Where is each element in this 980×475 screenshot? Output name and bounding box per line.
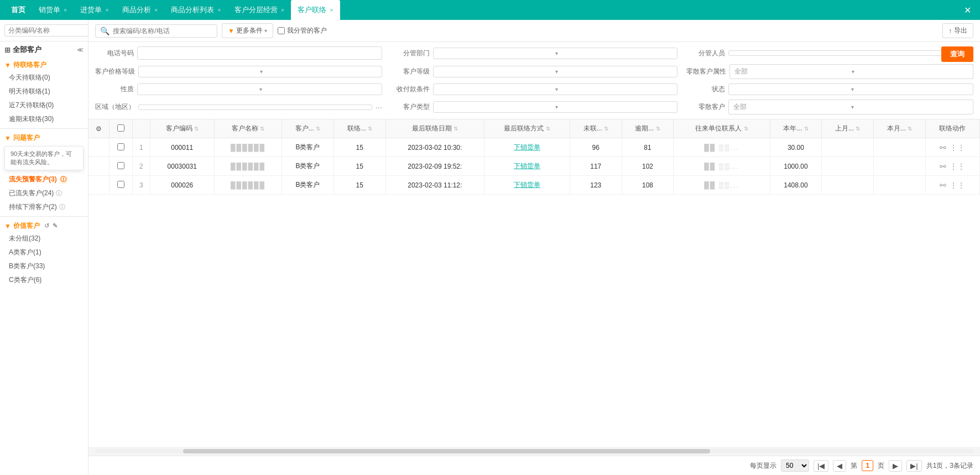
payment-select[interactable]: ▾ xyxy=(433,83,678,95)
sidebar-item-unclassified[interactable]: 未分组(32) xyxy=(0,232,88,246)
next-page-button[interactable]: ▶ xyxy=(889,460,902,472)
row-link-icon[interactable]: ⚯ xyxy=(940,181,946,190)
col-this-month[interactable]: 本月... ⇅ xyxy=(874,119,926,138)
sidebar-item-today-pending[interactable]: 今天待联络(0) xyxy=(0,71,88,85)
close-tab-goods-analysis-icon[interactable]: × xyxy=(154,7,158,13)
col-unit-contact[interactable]: 往来单位联系人 ⇅ xyxy=(674,119,770,138)
sort-icon: ⇅ xyxy=(546,126,550,132)
sidebar-item-class-c[interactable]: C类客户(6) xyxy=(0,273,88,287)
col-contact[interactable]: 联络... ⇅ xyxy=(333,119,385,138)
table-row: 1 000011 ██████ B类客户 15 2023-03-02 10:30… xyxy=(88,138,980,157)
row-last-contact-method[interactable]: 下销货单 xyxy=(484,176,570,195)
customer-level-filter-row: 客户等级 ▾ xyxy=(391,64,678,79)
close-tab-customer-link-icon[interactable]: × xyxy=(330,7,333,13)
row-select-checkbox[interactable] xyxy=(117,181,124,188)
my-customers-checkbox-label[interactable]: 我分管的客户 xyxy=(278,26,327,35)
region-select[interactable] xyxy=(138,105,372,110)
row-last-contact-method[interactable]: 下销货单 xyxy=(484,138,570,157)
row-action: ⚯ ⋮⋮ xyxy=(925,138,979,157)
col-name[interactable]: 客户名称 ⇅ xyxy=(214,119,282,138)
zero-attr-select[interactable]: 全部 ▾ xyxy=(729,64,973,79)
sort-icon: ⇅ xyxy=(368,126,372,132)
nav-tab-customer-link[interactable]: 客户联络 × xyxy=(291,0,340,20)
close-tab-customer-segment-icon[interactable]: × xyxy=(281,7,284,13)
row-last-contact-method[interactable]: 下销货单 xyxy=(484,157,570,176)
nav-tab-home[interactable]: 首页 xyxy=(4,0,32,20)
close-tab-goods-analysis-list-icon[interactable]: × xyxy=(217,7,221,13)
nav-tab-purchase[interactable]: 进货单 × xyxy=(74,0,115,20)
row-checkbox[interactable] xyxy=(110,157,133,176)
more-conditions-button[interactable]: ▼ 更多条件 ▾ xyxy=(222,23,273,38)
chevron-down-icon: ▾ xyxy=(555,86,673,92)
sidebar-item-week-pending[interactable]: 近7天待联络(0) xyxy=(0,98,88,112)
nav-tab-sales[interactable]: 销货单 × xyxy=(32,0,74,20)
status-select[interactable]: ▾ xyxy=(728,83,973,95)
last-page-button[interactable]: ▶| xyxy=(906,460,921,472)
sidebar-item-overdue-pending[interactable]: 逾期未联络(30) xyxy=(0,112,88,126)
dept-select[interactable]: ▾ xyxy=(433,48,678,59)
select-all-checkbox[interactable] xyxy=(117,124,124,132)
price-level-select[interactable]: ▾ xyxy=(138,66,382,77)
sidebar-item-churned[interactable]: 已流失客户(24) ⓘ xyxy=(0,186,88,200)
col-uncontacted[interactable]: 未联... ⇅ xyxy=(570,119,622,138)
first-page-button[interactable]: |◀ xyxy=(814,460,828,472)
sort-icon: ⇅ xyxy=(744,126,748,132)
col-last-contact-method[interactable]: 最后联络方式 ⇅ xyxy=(484,119,570,138)
row-more-icon[interactable]: ⋮⋮ xyxy=(950,181,965,190)
nav-tab-goods-analysis-list[interactable]: 商品分析列表 × xyxy=(164,0,227,20)
scrollbar-thumb[interactable] xyxy=(183,449,710,453)
row-last-month xyxy=(822,176,874,195)
per-page-select[interactable]: 50 100 200 xyxy=(781,460,809,472)
sidebar-divider-1 xyxy=(0,128,88,129)
col-overdue[interactable]: 逾期... ⇅ xyxy=(622,119,674,138)
col-this-year[interactable]: 本年... ⇅ xyxy=(770,119,822,138)
nav-tab-goods-analysis[interactable]: 商品分析 × xyxy=(116,0,164,20)
my-customers-checkbox[interactable] xyxy=(278,27,285,34)
col-settings[interactable]: ⚙ xyxy=(88,119,110,138)
row-select-checkbox[interactable] xyxy=(117,143,124,150)
sidebar-item-churn-warning[interactable]: 流失预警客户(3) ⓘ xyxy=(0,173,88,186)
payment-label: 收付款条件 xyxy=(391,85,430,94)
row-last-contact-date: 2023-03-02 10:30: xyxy=(385,138,484,157)
close-tab-purchase-icon[interactable]: × xyxy=(105,7,108,13)
sidebar-item-class-b[interactable]: B类客户(33) xyxy=(0,259,88,273)
zero-customer-select[interactable]: 全部 ▾ xyxy=(728,100,973,114)
all-customers-header[interactable]: ⊞ 全部客户 ≪ xyxy=(0,41,88,58)
export-button[interactable]: ↑ 导出 xyxy=(942,23,973,38)
export-icon: ↑ xyxy=(948,27,952,35)
row-link-icon[interactable]: ⚯ xyxy=(940,162,946,171)
grid-icon: ⊞ xyxy=(4,46,11,54)
col-checkbox[interactable] xyxy=(110,119,133,138)
row-select-checkbox[interactable] xyxy=(117,162,124,169)
col-code[interactable]: 客户编码 ⇅ xyxy=(150,119,214,138)
prev-page-button[interactable]: ◀ xyxy=(833,460,846,472)
row-more-icon[interactable]: ⋮⋮ xyxy=(950,162,965,171)
manager-select[interactable] xyxy=(728,50,963,56)
col-type[interactable]: 客户... ⇅ xyxy=(282,119,334,138)
sidebar-search-input[interactable] xyxy=(4,24,88,36)
sidebar-item-declining[interactable]: 持续下滑客户(2) ⓘ xyxy=(0,200,88,214)
nature-select[interactable]: ▾ xyxy=(137,83,382,95)
close-tab-sales-icon[interactable]: × xyxy=(64,7,67,13)
sidebar-item-tomorrow-pending[interactable]: 明天待联络(1) xyxy=(0,85,88,98)
col-last-contact-date[interactable]: 最后联络日期 ⇅ xyxy=(385,119,484,138)
row-more-icon[interactable]: ⋮⋮ xyxy=(950,143,965,152)
row-uncontacted: 117 xyxy=(570,157,622,176)
row-checkbox[interactable] xyxy=(110,138,133,157)
region-dots-button[interactable]: ··· xyxy=(376,103,382,112)
sort-icon: ⇅ xyxy=(908,126,912,132)
row-link-icon[interactable]: ⚯ xyxy=(940,143,946,152)
row-unit-contact: ██ ▒▒... xyxy=(674,138,770,157)
query-button[interactable]: 查询 xyxy=(941,46,973,62)
window-close-button[interactable]: ✕ xyxy=(960,3,976,18)
col-last-month[interactable]: 上月... ⇅ xyxy=(822,119,874,138)
phone-input[interactable] xyxy=(137,46,382,60)
row-checkbox[interactable] xyxy=(110,176,133,195)
sidebar-item-class-a[interactable]: A类客户(1) xyxy=(0,246,88,259)
horizontal-scrollbar[interactable] xyxy=(95,449,973,453)
row-settings xyxy=(88,157,110,176)
nav-tab-customer-segment[interactable]: 客户分层经营 × xyxy=(228,0,291,20)
customer-type-select[interactable]: ▾ xyxy=(433,101,678,113)
search-input[interactable] xyxy=(113,27,212,35)
customer-level-select[interactable]: ▾ xyxy=(433,66,678,77)
